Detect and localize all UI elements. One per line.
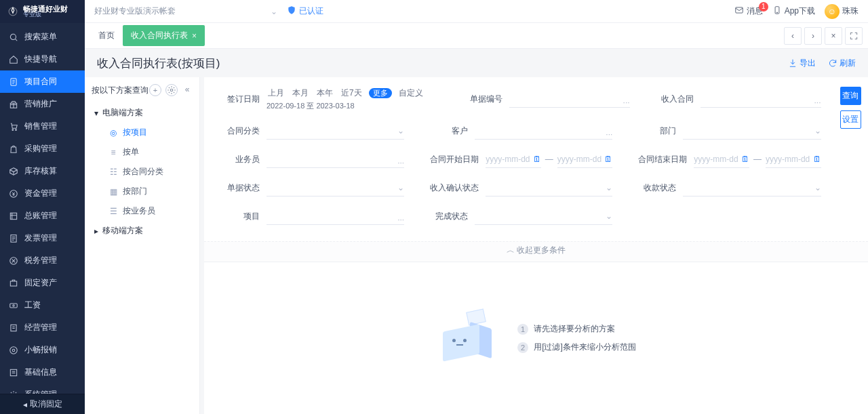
tab-report[interactable]: 收入合同执行表 × bbox=[123, 25, 205, 46]
more-icon: ··· bbox=[397, 158, 404, 167]
nav-item-8[interactable]: 总账管理 bbox=[0, 205, 85, 227]
scheme-collapse-button[interactable]: « bbox=[182, 84, 193, 95]
user-menu[interactable]: ☺ 珠珠 bbox=[825, 4, 859, 19]
contract-end-from[interactable]: 🗓 bbox=[694, 150, 749, 168]
export-label: 导出 bbox=[800, 58, 816, 69]
sign-date-value: 2022-09-18 至 2023-03-18 bbox=[267, 101, 439, 111]
scheme-item-0-4[interactable]: ☰按业务员 bbox=[89, 201, 195, 221]
nav-item-3[interactable]: 营销推广 bbox=[0, 93, 85, 115]
nav-item-1[interactable]: 快捷导航 bbox=[0, 48, 85, 70]
page-title: 收入合同执行表(按项目) bbox=[97, 56, 220, 71]
contract-class-select[interactable]: ⌄ bbox=[267, 122, 404, 140]
brand: 畅捷通好业财 专业版 bbox=[0, 0, 85, 23]
scheme-item-label: 按合同分类 bbox=[123, 166, 163, 178]
svg-rect-10 bbox=[10, 281, 16, 286]
calendar-icon: 🗓 bbox=[741, 154, 749, 164]
brand-sub: 专业版 bbox=[23, 12, 68, 18]
empty-step-2-text: 用[过滤]条件来缩小分析范围 bbox=[534, 341, 636, 353]
scheme-item-label: 按部门 bbox=[123, 186, 147, 197]
nav-item-13[interactable]: 经营管理 bbox=[0, 316, 85, 339]
scheme-group-label: 电脑端方案 bbox=[102, 107, 143, 119]
empty-step-2: 2 用[过滤]条件来缩小分析范围 bbox=[517, 341, 636, 353]
messages-button[interactable]: 消息 1 bbox=[734, 5, 763, 17]
receipt-status-select[interactable]: ⌄ bbox=[683, 179, 821, 196]
settings-button[interactable]: 设置 bbox=[840, 110, 861, 129]
fullscreen-button[interactable] bbox=[845, 27, 863, 45]
nav-item-5[interactable]: 采购管理 bbox=[0, 138, 85, 160]
contract-end-to[interactable]: 🗓 bbox=[766, 150, 821, 168]
scheme-item-label: 按单 bbox=[123, 146, 139, 158]
scheme-add-button[interactable]: + bbox=[149, 84, 161, 96]
seg-this-month[interactable]: 本月 bbox=[291, 87, 310, 100]
nav-item-7[interactable]: 资金管理 bbox=[0, 182, 85, 205]
bill-no-input[interactable]: ··· bbox=[509, 90, 630, 108]
nav-item-14[interactable]: 小畅报销 bbox=[0, 339, 85, 361]
nav-item-12[interactable]: 工资 bbox=[0, 294, 85, 316]
chevron-down-icon: ▾ bbox=[94, 108, 98, 118]
bag-icon bbox=[8, 144, 19, 154]
scheme-item-0-3[interactable]: ▦按部门 bbox=[89, 182, 195, 201]
svg-rect-11 bbox=[10, 304, 18, 308]
nav-label: 固定资产 bbox=[24, 277, 57, 289]
income-confirm-select[interactable]: ⌄ bbox=[486, 179, 612, 196]
dept-select[interactable]: ⌄ bbox=[683, 122, 821, 140]
tab-close-all-button[interactable]: × bbox=[825, 27, 842, 45]
scheme-group-1[interactable]: ▸移动端方案 bbox=[89, 221, 195, 241]
contract-start-to[interactable]: 🗓 bbox=[557, 150, 613, 168]
tab-scroll-right-button[interactable]: › bbox=[804, 27, 822, 45]
chevron-down-icon: ⌄ bbox=[814, 126, 821, 136]
complete-status-select[interactable]: ⌄ bbox=[475, 207, 612, 225]
scheme-item-0-0[interactable]: ◎按项目 bbox=[89, 123, 195, 142]
seg-last-7d[interactable]: 近7天 bbox=[340, 87, 363, 100]
nav-item-15[interactable]: 基础信息 bbox=[0, 361, 85, 384]
tab-scroll-left-button[interactable]: ‹ bbox=[784, 27, 802, 45]
chevron-right-icon: ▸ bbox=[94, 226, 98, 236]
sign-date-segments: 上月 本月 本年 近7天 更多 自定义 bbox=[267, 87, 439, 100]
nav-item-0[interactable]: 搜索菜单 bbox=[0, 26, 85, 48]
scheme-group-0[interactable]: ▾电脑端方案 bbox=[89, 103, 195, 123]
phone-icon bbox=[772, 5, 782, 17]
nav-item-11[interactable]: 固定资产 bbox=[0, 272, 85, 294]
calendar-icon: 🗓 bbox=[533, 154, 541, 164]
contract-start-from[interactable]: 🗓 bbox=[486, 150, 541, 168]
bill-status-select[interactable]: ⌄ bbox=[267, 179, 404, 196]
income-contract-input[interactable]: ··· bbox=[701, 90, 821, 108]
nav-label: 总账管理 bbox=[24, 210, 57, 222]
tab-home-label: 首页 bbox=[98, 30, 115, 41]
scheme-item-label: 按项目 bbox=[123, 127, 147, 138]
customer-input[interactable]: ··· bbox=[475, 122, 612, 140]
nav-item-9[interactable]: 发票管理 bbox=[0, 227, 85, 249]
nav-item-6[interactable]: 库存核算 bbox=[0, 160, 85, 182]
unpin-icon: ◂ bbox=[23, 400, 27, 409]
verified-label: 已认证 bbox=[299, 5, 323, 17]
seg-this-year[interactable]: 本年 bbox=[315, 87, 334, 100]
tab-home[interactable]: 首页 bbox=[90, 25, 123, 46]
export-button[interactable]: 导出 bbox=[788, 58, 816, 69]
sidebar-unpin-button[interactable]: ◂ 取消固定 bbox=[0, 394, 85, 414]
svg-rect-17 bbox=[735, 7, 743, 13]
scheme-item-0-2[interactable]: ☷按合同分类 bbox=[89, 162, 195, 182]
empty-state: 1 请先选择要分析的方案 2 用[过滤]条件来缩小分析范围 bbox=[204, 262, 868, 414]
svg-point-19 bbox=[776, 12, 777, 13]
label-contract-end: 合同结束日期 bbox=[633, 154, 687, 165]
salesman-input[interactable]: ··· bbox=[267, 150, 404, 168]
target-icon: ◎ bbox=[108, 127, 119, 138]
scheme-settings-button[interactable] bbox=[165, 84, 178, 96]
seg-custom[interactable]: 自定义 bbox=[397, 87, 425, 100]
collapse-filters-button[interactable]: ︿ 收起更多条件 bbox=[204, 241, 868, 262]
scheme-item-0-1[interactable]: ≡按单 bbox=[89, 142, 195, 162]
nav-item-4[interactable]: 销售管理 bbox=[0, 115, 85, 138]
nav-item-10[interactable]: 税务管理 bbox=[0, 249, 85, 272]
query-button[interactable]: 查询 bbox=[840, 87, 861, 105]
close-icon[interactable]: × bbox=[192, 31, 197, 41]
nav-item-16[interactable]: 系统管理 bbox=[0, 384, 85, 394]
seg-last-month[interactable]: 上月 bbox=[267, 87, 285, 100]
refresh-button[interactable]: 刷新 bbox=[828, 58, 856, 69]
app-download-button[interactable]: App下载 bbox=[772, 5, 815, 17]
account-select[interactable]: 好业财专业版演示帐套 ⌄ bbox=[94, 5, 277, 17]
cart-icon bbox=[8, 121, 19, 132]
chevron-down-icon: ⌄ bbox=[814, 183, 821, 192]
seg-more[interactable]: 更多 bbox=[369, 88, 392, 98]
nav-item-2[interactable]: 项目合同 bbox=[0, 70, 85, 93]
project-input[interactable]: ··· bbox=[267, 207, 404, 225]
